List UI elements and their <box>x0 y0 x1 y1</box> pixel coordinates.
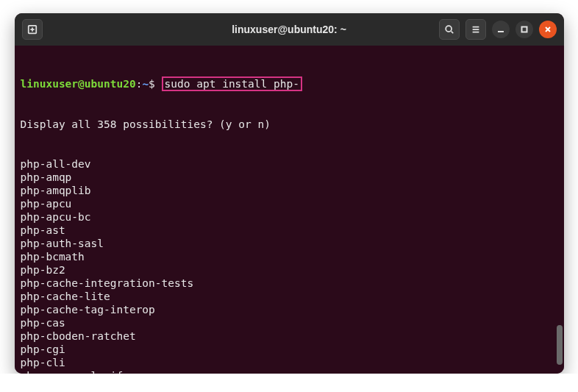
package-item: php-auth-sasl <box>21 237 564 250</box>
prompt-line: linuxuser@ubuntu20:~$ sudo apt install p… <box>21 76 564 91</box>
svg-rect-9 <box>521 27 527 32</box>
package-item: php-cocur-slugify <box>21 369 564 374</box>
package-item: php-cache-integration-tests <box>21 277 564 290</box>
package-item: php-bcmath <box>21 250 564 263</box>
package-item: php-cboden-ratchet <box>21 329 564 343</box>
package-item: php-cgi <box>21 343 564 356</box>
minimize-icon <box>497 26 504 33</box>
confirmation-line: Display all 358 possibilities? (y or n) <box>21 118 564 131</box>
package-item: php-cli <box>21 356 564 369</box>
scrollbar-track[interactable] <box>557 46 563 374</box>
package-item: php-cache-lite <box>21 290 564 303</box>
package-item: php-apcu-bc <box>21 210 564 224</box>
search-button[interactable] <box>439 19 460 40</box>
package-item: php-apcu <box>21 197 564 210</box>
scrollbar-thumb[interactable] <box>557 325 563 365</box>
new-tab-button[interactable] <box>22 19 43 40</box>
titlebar-right <box>439 19 557 40</box>
package-item: php-amqp <box>21 171 564 184</box>
search-icon <box>444 24 454 35</box>
terminal-window: linuxuser@ubuntu20: ~ <box>15 13 564 374</box>
terminal-content: linuxuser@ubuntu20:~$ sudo apt install p… <box>21 50 564 374</box>
svg-point-3 <box>446 26 452 32</box>
new-tab-icon <box>27 24 38 35</box>
package-list: php-all-devphp-amqpphp-amqplibphp-apcuph… <box>21 157 564 374</box>
prompt-user-host: linuxuser@ubuntu20 <box>21 78 136 90</box>
close-button[interactable] <box>539 21 557 38</box>
package-item: php-cas <box>21 316 564 329</box>
svg-line-4 <box>451 32 453 34</box>
maximize-button[interactable] <box>515 21 533 38</box>
minimize-button[interactable] <box>492 21 510 38</box>
package-item: php-all-dev <box>21 157 564 171</box>
titlebar-left <box>22 19 43 40</box>
package-item: php-amqplib <box>21 184 564 197</box>
close-icon <box>544 26 552 33</box>
command-highlight: sudo apt install php- <box>162 76 302 91</box>
menu-button[interactable] <box>465 19 486 40</box>
titlebar: linuxuser@ubuntu20: ~ <box>15 13 564 46</box>
prompt-path: ~ <box>142 78 149 90</box>
maximize-icon <box>521 26 528 33</box>
package-item: php-cache-tag-interop <box>21 303 564 316</box>
hamburger-icon <box>471 24 481 35</box>
terminal-viewport[interactable]: linuxuser@ubuntu20:~$ sudo apt install p… <box>15 46 564 374</box>
package-item: php-ast <box>21 224 564 237</box>
package-item: php-bz2 <box>21 263 564 277</box>
prompt-symbol: $ <box>149 78 155 90</box>
